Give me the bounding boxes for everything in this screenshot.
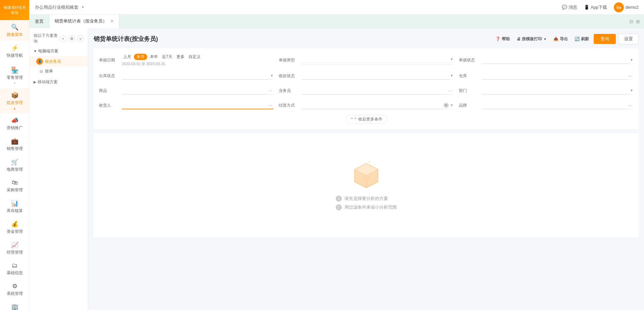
home-tab-label: 首页 <box>35 18 44 24</box>
pc-section: ▼ 电脑端方案 👤 按业务员 ⊞ 按单 <box>30 46 88 76</box>
settlement-clear-icon[interactable]: ✕ <box>443 103 449 108</box>
outstatus-input[interactable] <box>122 72 270 80</box>
panel-settings-icon[interactable]: ⚙ <box>68 35 75 42</box>
receiptstatus-label: 收款状态 <box>279 73 299 79</box>
user-menu[interactable]: Ea demo2 <box>614 2 639 12</box>
sidebar-item-ecommerce[interactable]: 🛒 电商管理 <box>0 155 29 176</box>
brand-input[interactable] <box>482 101 627 109</box>
page-actions: ❓ 帮助 🖨 按模板打印 ▼ 📤 导出 🔄 刷新 <box>493 34 639 44</box>
svg-point-6 <box>374 164 375 166</box>
receiptstatus-input[interactable] <box>302 72 450 80</box>
quicknav-icon: ⚡ <box>11 44 18 52</box>
breadcrumb-dropdown-icon[interactable]: ▼ <box>81 5 85 9</box>
sidebar-item-finance[interactable]: 💰 资金管理 <box>0 217 29 238</box>
sidebar-item-marketing[interactable]: 📣 营销推广 <box>0 113 29 134</box>
date-tab-custom[interactable]: 自定义 <box>187 54 202 60</box>
sidebar-item-quicknav[interactable]: ⚡ 快捷导航 <box>0 41 29 62</box>
outstatus-dropdown-icon[interactable]: ▼ <box>270 74 273 78</box>
template-print-btn[interactable]: 🖨 按模板打印 ▼ <box>515 35 549 43</box>
department-input[interactable] <box>482 87 630 94</box>
panel-action-icons: + ⚙ « <box>60 35 84 42</box>
sidebar-item-sales[interactable]: 💼 销售管理 <box>0 134 29 155</box>
ecommerce-icon: 🛒 <box>11 158 18 166</box>
scheme-by-salesperson[interactable]: 👤 按业务员 <box>30 56 88 67</box>
filter-receiptstatus-cell: 收款状态 ▼ <box>279 70 453 81</box>
settlement-dropdown-icon[interactable]: ▼ <box>450 103 453 107</box>
empty-tip-1: 1 请先选择要分析的方案 <box>336 196 397 202</box>
messages-btn[interactable]: 💬 消息 <box>562 4 577 10</box>
help-btn[interactable]: ❓ 帮助 <box>493 35 512 43</box>
mobile-section-title[interactable]: ▶ 移动端方案 <box>30 77 88 87</box>
sidebar: 畅捷通好生意 标版 🔍 搜索菜单 ⚡ 快捷导航 🏪 零售管理 ▼ 📦 批发管理 … <box>0 0 30 310</box>
sidebar-item-search[interactable]: 🔍 搜索菜单 <box>0 20 29 41</box>
window-maximize-icon[interactable]: ⊞ <box>636 19 640 24</box>
doctype-dropdown-icon[interactable]: ▼ <box>450 57 453 61</box>
consignee-input[interactable] <box>122 101 267 109</box>
app-download-btn[interactable]: 📱 App下载 <box>584 4 607 10</box>
receiptstatus-dropdown-icon[interactable]: ▼ <box>450 74 453 78</box>
breadcrumb-label: 办公用品行业模拟账套 <box>35 4 78 10</box>
sidebar-item-wholesale[interactable]: 📦 批发管理 ▲ <box>0 88 29 113</box>
goods-input[interactable] <box>122 87 267 94</box>
panel-collapse-icon[interactable]: « <box>77 35 84 42</box>
export-btn[interactable]: 📤 导出 <box>551 35 570 43</box>
logo-area: 畅捷通好生意 标版 <box>0 0 29 20</box>
goods-dots-icon[interactable]: ··· <box>267 88 274 93</box>
sidebar-item-basic[interactable]: 🗂 基础信息 <box>0 259 29 279</box>
sidebar-item-inventory[interactable]: 📊 库存核算 <box>0 196 29 217</box>
salesperson-input[interactable] <box>302 87 447 94</box>
tab-close-icon[interactable]: ✕ <box>110 19 114 23</box>
svg-point-9 <box>368 178 369 179</box>
filter-department-cell: 部门 ▼ <box>459 85 633 96</box>
top-header: 办公用品行业模拟账套 ▼ 💬 消息 📱 App下载 Ea demo2 <box>30 0 644 15</box>
date-tab-this-year[interactable]: 本年 <box>149 54 159 60</box>
retail-expand: ▼ <box>13 82 16 85</box>
warehouse-dots-icon[interactable]: ··· <box>627 73 633 79</box>
goods-label: 商品 <box>99 88 119 94</box>
brand-dots-icon[interactable]: ··· <box>627 103 633 108</box>
settlement-input[interactable] <box>302 101 443 109</box>
sidebar-item-system[interactable]: ⚙ 系统管理 <box>0 279 29 300</box>
date-range-text: 2023-03-01 至 2023-03-31 <box>122 61 273 66</box>
logo-text: 畅捷通好生意 标版 <box>4 5 26 15</box>
doctype-input[interactable] <box>302 55 450 63</box>
date-tab-last-month[interactable]: 上月 <box>122 54 132 60</box>
window-minimize-icon[interactable]: ⊟ <box>629 19 633 24</box>
sidebar-item-operations[interactable]: 📈 经营管理 <box>0 238 29 259</box>
collapse-btn[interactable]: ⌃⌃ 收起更多条件 <box>346 115 387 124</box>
settlement-label: 结算方式 <box>279 103 299 108</box>
sidebar-item-enterprise[interactable]: 🏢 企业协同 <box>0 300 29 310</box>
sidebar-item-purchase[interactable]: 🛍 采购管理 <box>0 176 29 196</box>
warehouse-input[interactable] <box>482 72 627 80</box>
panel-add-icon[interactable]: + <box>60 35 66 42</box>
brand-label: 品牌 <box>459 103 479 108</box>
tab-home[interactable]: 首页 <box>30 15 49 28</box>
sidebar-item-retail[interactable]: 🏪 零售管理 ▼ <box>0 63 29 88</box>
date-tab-more[interactable]: 更多 <box>175 54 186 60</box>
refresh-btn[interactable]: 🔄 刷新 <box>573 35 591 43</box>
date-tab-this-month[interactable]: 本月 <box>134 54 147 60</box>
docstatus-input[interactable] <box>482 56 630 64</box>
docstatus-dropdown-icon[interactable]: ▼ <box>630 58 633 62</box>
outstatus-label: 出库状态 <box>99 73 119 79</box>
filter-row-2: 出库状态 ▼ 收款状态 ▼ 仓库 <box>99 70 633 81</box>
avatar: Ea <box>614 2 624 12</box>
top-breadcrumb: 办公用品行业模拟账套 ▼ <box>35 4 85 10</box>
pc-section-title[interactable]: ▼ 电脑端方案 <box>30 46 88 56</box>
tab-report[interactable]: 销货单统计表（按业务员） ✕ <box>49 15 119 28</box>
filter-doctype-cell: 单据类型 ▼ <box>279 54 453 66</box>
enterprise-icon: 🏢 <box>11 303 18 310</box>
consignee-dots-icon[interactable]: ··· <box>267 102 274 108</box>
empty-illustration <box>351 160 381 190</box>
sub-scheme-label: 按单 <box>45 68 53 74</box>
salesperson-dots-icon[interactable]: ··· <box>447 88 453 93</box>
marketing-icon: 📣 <box>11 117 18 124</box>
date-tab-7days[interactable]: 近7天 <box>161 54 174 60</box>
query-btn[interactable]: 查询 <box>594 34 616 44</box>
department-dropdown-icon[interactable]: ▼ <box>630 89 633 92</box>
wholesale-expand: ▲ <box>13 107 16 110</box>
mobile-section-label: 移动端方案 <box>38 79 58 85</box>
warehouse-label: 仓库 <box>459 73 479 79</box>
sub-scheme-by-order[interactable]: ⊞ 按单 <box>30 67 88 76</box>
settings-page-btn[interactable]: 设置 <box>619 34 639 44</box>
